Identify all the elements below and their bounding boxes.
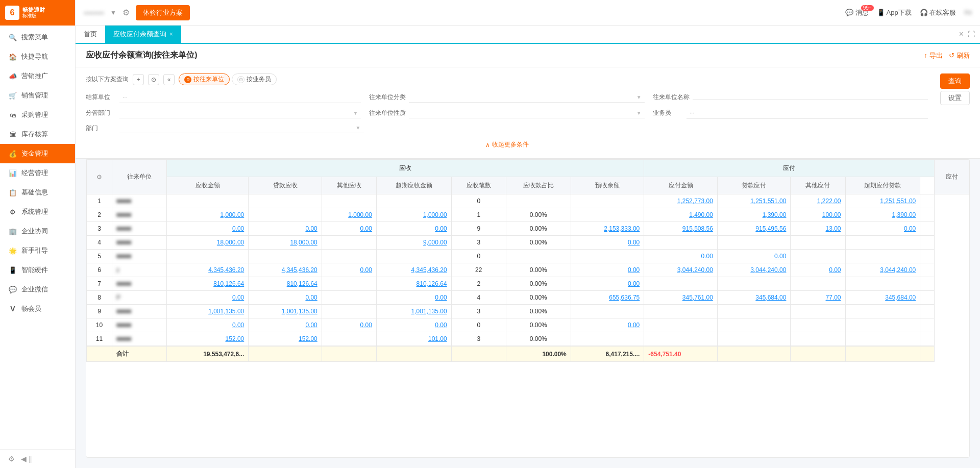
table-cell[interactable]: 0.00 — [322, 222, 376, 236]
table-cell[interactable]: 0.00 — [167, 291, 249, 305]
table-cell[interactable]: 1,251,551.00 — [717, 194, 791, 208]
table-cell[interactable]: 345,684.00 — [845, 291, 920, 305]
collapse-filters-btn[interactable]: ∧ 收起更多条件 — [86, 137, 928, 152]
table-cell[interactable]: 915,508.56 — [644, 222, 718, 236]
table-cell[interactable]: 13.00 — [791, 222, 845, 236]
table-cell[interactable]: 0.00 — [376, 318, 451, 332]
table-cell[interactable]: 345,684.00 — [717, 291, 791, 305]
table-cell[interactable]: 0.00 — [717, 250, 791, 263]
table-cell[interactable]: 0.00 — [571, 318, 644, 332]
table-cell[interactable]: 1,252,773.00 — [644, 194, 718, 208]
export-button[interactable]: ↑ 导出 — [924, 51, 943, 60]
table-cell[interactable]: 0.00 — [571, 236, 644, 250]
table-cell[interactable]: 4,345,436.20 — [376, 263, 451, 277]
table-cell[interactable]: 2,153,333.00 — [571, 222, 644, 236]
topbar-gear-icon[interactable]: ⚙ — [122, 8, 130, 17]
sidebar-item-finance[interactable]: 💰 资金管理 — [0, 144, 75, 163]
table-cell[interactable]: 1,000.00 — [376, 208, 451, 222]
app-download-btn[interactable]: 📱 App下载 — [877, 8, 912, 17]
tab-balance[interactable]: 应收应付余额查询 × — [105, 26, 181, 44]
footer-ar-prepay[interactable]: 6,417,215.... — [571, 346, 644, 362]
table-cell[interactable]: 1,000.00 — [322, 208, 376, 222]
table-cell[interactable]: 0.00 — [571, 263, 644, 277]
table-cell[interactable]: 0.00 — [322, 318, 376, 332]
table-cell[interactable]: 0.00 — [249, 291, 322, 305]
table-cell[interactable]: 1,390.00 — [717, 208, 791, 222]
scheme-tag-salesperson[interactable]: ⊙ 按业务员 — [232, 73, 277, 85]
table-cell[interactable]: 1,390.00 — [845, 208, 920, 222]
salesperson-input[interactable]: ··· — [687, 107, 928, 119]
footer-ar-amount[interactable]: 19,553,472,6... — [167, 346, 249, 362]
sidebar-item-sales[interactable]: 🛒 销售管理 — [0, 86, 75, 105]
table-cell[interactable]: 152.00 — [167, 332, 249, 347]
sidebar-item-marketing[interactable]: 📣 营销推广 — [0, 66, 75, 86]
table-cell[interactable]: 100.00 — [791, 208, 845, 222]
table-cell[interactable]: 3,044,240.00 — [644, 263, 718, 277]
table-cell[interactable]: 0.00 — [322, 263, 376, 277]
table-cell[interactable]: 4,345,436.20 — [249, 263, 322, 277]
table-cell[interactable]: 0.00 — [167, 318, 249, 332]
table-cell[interactable]: 152.00 — [249, 332, 322, 347]
table-cell[interactable]: 9,000.00 — [376, 236, 451, 250]
table-cell[interactable]: 0.00 — [791, 263, 845, 277]
table-cell[interactable]: 810,126.64 — [249, 277, 322, 291]
table-cell[interactable]: 810,126.64 — [376, 277, 451, 291]
partner-category-select[interactable]: ▼ — [409, 92, 644, 103]
table-cell[interactable]: 1,222.00 — [791, 194, 845, 208]
user-info[interactable]: Rit — [964, 9, 972, 16]
tab-close-icon[interactable]: × — [169, 31, 173, 38]
tab-home[interactable]: 首页 — [76, 26, 105, 44]
promo-button[interactable]: 体验行业方案 — [136, 5, 190, 20]
table-cell[interactable]: 0.00 — [644, 250, 718, 263]
table-cell[interactable]: 655,636.75 — [571, 291, 644, 305]
table-cell[interactable]: 1,251,551.00 — [845, 194, 920, 208]
table-cell[interactable]: 18,000.00 — [167, 236, 249, 250]
setting-button[interactable]: 设置 — [940, 91, 970, 105]
sidebar-item-operation[interactable]: 📊 经营管理 — [0, 163, 75, 183]
table-cell[interactable]: 345,761.00 — [644, 291, 718, 305]
table-cell[interactable]: 1,490.00 — [644, 208, 718, 222]
table-cell[interactable]: 0.00 — [249, 222, 322, 236]
table-cell[interactable]: 1,001,135.00 — [249, 305, 322, 318]
sidebar-item-wechat[interactable]: 💬 企业微信 — [0, 280, 75, 299]
query-button[interactable]: 查询 — [940, 73, 970, 89]
online-service-btn[interactable]: 🎧 在线客服 — [920, 8, 957, 17]
sidebar-item-corp[interactable]: 🏢 企业协同 — [0, 221, 75, 241]
message-btn[interactable]: 💬 消息 99+ — [845, 8, 869, 17]
table-cell[interactable]: 0.00 — [167, 222, 249, 236]
table-cell[interactable]: 0.00 — [845, 222, 920, 236]
table-cell[interactable]: 1,001,135.00 — [376, 305, 451, 318]
table-cell[interactable]: 18,000.00 — [249, 236, 322, 250]
table-cell[interactable]: 77.00 — [791, 291, 845, 305]
table-cell[interactable]: 0.00 — [249, 318, 322, 332]
table-cell[interactable]: 0.00 — [376, 291, 451, 305]
sidebar-item-guide[interactable]: 🌟 新手引导 — [0, 241, 75, 260]
maximize-icon[interactable]: ⛶ — [968, 30, 975, 38]
scheme-back-btn[interactable]: « — [163, 74, 175, 85]
refresh-button[interactable]: ↺ 刷新 — [949, 51, 970, 60]
sidebar-item-quicknav[interactable]: 🏠 快捷导航 — [0, 47, 75, 66]
sidebar-item-hardware[interactable]: 📱 智能硬件 — [0, 260, 75, 280]
managed-dept-select[interactable]: ▼ — [119, 108, 361, 118]
table-cell[interactable]: 4,345,436.20 — [167, 263, 249, 277]
table-settings-icon[interactable]: ⚙ — [96, 174, 102, 181]
table-cell[interactable]: 101.00 — [376, 332, 451, 347]
sidebar-item-warehouse[interactable]: 🏛 库存核算 — [0, 125, 75, 144]
close-window-icon[interactable]: × — [959, 30, 964, 39]
sidebar-item-basic[interactable]: 📋 基础信息 — [0, 183, 75, 202]
table-cell[interactable]: 1,001,135.00 — [167, 305, 249, 318]
scheme-tag-partner[interactable]: ⚙ 按往来单位 — [179, 73, 230, 85]
sidebar-item-purchase[interactable]: 🛍 采购管理 — [0, 105, 75, 125]
sidebar-item-search[interactable]: 🔍 搜索菜单 — [0, 28, 75, 47]
table-cell[interactable]: 1,000.00 — [167, 208, 249, 222]
scheme-target-btn[interactable]: ⊙ — [148, 74, 159, 85]
sidebar-item-member[interactable]: V 畅会员 — [0, 299, 75, 318]
dept-select[interactable]: ▼ — [119, 123, 364, 133]
partner-nature-select[interactable]: ▼ — [409, 108, 644, 118]
table-cell[interactable]: 0.00 — [376, 222, 451, 236]
partner-name-input[interactable] — [693, 95, 928, 100]
sidebar-item-system[interactable]: ⚙ 系统管理 — [0, 202, 75, 221]
breadcrumb-dropdown[interactable]: ▼ — [110, 9, 116, 16]
table-cell[interactable]: 0.00 — [571, 277, 644, 291]
table-cell[interactable]: 3,044,240.00 — [717, 263, 791, 277]
